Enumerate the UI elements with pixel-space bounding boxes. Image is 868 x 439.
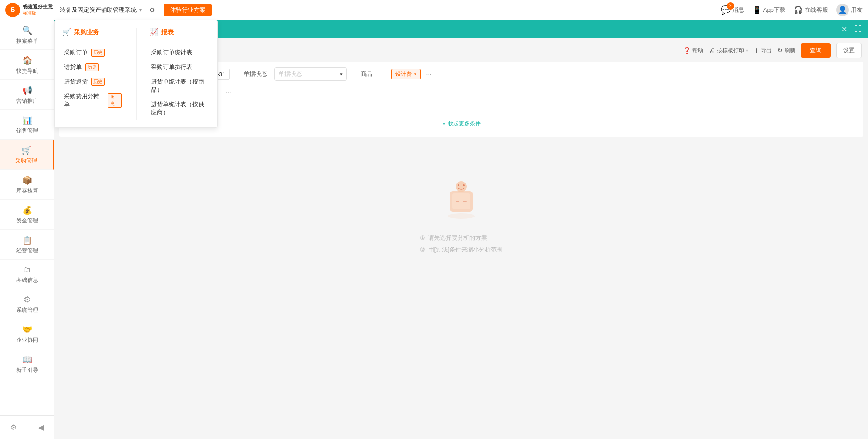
- tab-close-btn[interactable]: ✕: [839, 23, 849, 35]
- sidebar-item-sales[interactable]: 📊 销售管理: [0, 110, 54, 140]
- user-menu[interactable]: 👤 用友: [836, 4, 863, 16]
- empty-tip-2: ② 用[过滤]条件来缩小分析范围: [420, 244, 502, 256]
- dropdown-item-receipt-by-supplier[interactable]: 进货单统计表（按供应商）: [149, 97, 210, 120]
- doc-status-chevron: ▾: [340, 71, 343, 78]
- print-btn[interactable]: 🖨 按模板打印 ▾: [709, 47, 748, 54]
- sidebar: 🔍 搜索菜单 🏠 快捷导航 📢 营销推广 📊 销售管理 🛒 采购管理 📦 库存核…: [0, 20, 54, 439]
- dropdown-item-receipt[interactable]: 进货单 历史: [62, 60, 123, 74]
- print-dropdown-icon[interactable]: ▾: [746, 48, 748, 53]
- empty-text: ① 请先选择要分析的方案 ② 用[过滤]条件来缩小分析范围: [420, 232, 502, 256]
- help-btn[interactable]: ❓ 帮助: [683, 47, 703, 54]
- print-icon: 🖨: [709, 47, 715, 54]
- tab-bar-right: ✕ ⛶: [839, 23, 868, 35]
- report-col-icon: 📈: [149, 28, 158, 36]
- dropdown-item-po-exec[interactable]: 采购订单执行表: [149, 60, 210, 74]
- sidebar-item-guide[interactable]: 📖 新手引导: [0, 349, 54, 379]
- logo-icon: 6: [5, 3, 20, 17]
- avatar: 👤: [836, 4, 849, 16]
- industry-btn[interactable]: 体验行业方案: [164, 4, 212, 16]
- svg-point-0: [448, 213, 475, 219]
- goods-filter: 商品 设计费 × ···: [361, 69, 432, 79]
- purchase-col-icon: 🛒: [62, 28, 71, 36]
- report-col-header: 📈 报表: [149, 28, 210, 40]
- dropdown-item-po-stat[interactable]: 采购订单统计表: [149, 45, 210, 60]
- goods-label: 商品: [361, 70, 388, 78]
- purchase-icon: 🛒: [21, 145, 31, 155]
- empty-state: ① 请先选择要分析的方案 ② 用[过滤]条件来缩小分析范围: [59, 141, 863, 292]
- goods-tag-close[interactable]: ×: [414, 71, 417, 77]
- logo-area: 6 畅捷通好生意 标准版: [5, 3, 60, 17]
- svg-point-5: [463, 184, 465, 186]
- operations-icon: 📋: [22, 235, 32, 245]
- logo-text: 畅捷通好生意 标准版: [23, 3, 53, 16]
- sidebar-item-search[interactable]: 🔍 搜索菜单: [0, 20, 54, 50]
- sidebar-item-operations[interactable]: 📋 经营管理: [0, 230, 54, 260]
- empty-illustration: [439, 178, 484, 223]
- doc-status-select[interactable]: 单据状态 ▾: [274, 67, 347, 81]
- dropdown-divider: [136, 28, 137, 120]
- doc-status-filter: 单据状态 单据状态 ▾: [244, 67, 347, 81]
- empty-tip-1: ① 请先选择要分析的方案: [420, 232, 502, 244]
- purchase-dropdown-menu: 🛒 采购业务 采购订单 历史 进货单 历史 进货退货 历史 采购费用分摊单 历史…: [54, 20, 218, 128]
- refresh-btn[interactable]: ↻ 刷新: [777, 47, 795, 54]
- home-icon: 🏠: [22, 55, 32, 65]
- guide-icon: 📖: [22, 355, 32, 365]
- export-icon: ⬆: [754, 47, 759, 54]
- goods-dots[interactable]: ···: [426, 70, 432, 78]
- svg-rect-2: [452, 193, 470, 209]
- sidebar-collapse-btn[interactable]: ◀: [36, 421, 45, 434]
- setting-btn[interactable]: 设置: [836, 43, 862, 58]
- top-bar: 6 畅捷通好生意 标准版 装备及固定资产辅助管理系统 ▾ ⚙ 体验行业方案 💬 …: [0, 0, 868, 20]
- basics-icon: 🗂: [23, 265, 31, 275]
- market-icon: 📢: [22, 85, 32, 95]
- title-dropdown-icon[interactable]: ▾: [139, 7, 142, 13]
- sidebar-settings-btn[interactable]: ⚙: [9, 421, 19, 434]
- dropdown-item-po[interactable]: 采购订单 历史: [62, 45, 123, 60]
- svg-rect-6: [456, 201, 459, 202]
- sidebar-item-system[interactable]: ⚙ 系统管理: [0, 289, 54, 319]
- system-title: 装备及固定资产辅助管理系统: [60, 6, 137, 14]
- svg-point-4: [458, 184, 459, 186]
- dropdown-item-return[interactable]: 进货退货 历史: [62, 74, 123, 89]
- doc-status-label: 单据状态: [244, 70, 271, 78]
- refresh-icon: ↻: [777, 47, 783, 54]
- sidebar-item-inventory[interactable]: 📦 库存核算: [0, 170, 54, 200]
- search-icon: 🔍: [22, 25, 32, 35]
- message-btn[interactable]: 💬 9 消息: [721, 5, 744, 15]
- sales-icon: 📊: [22, 115, 32, 125]
- sidebar-item-finance[interactable]: 💰 资金管理: [0, 200, 54, 230]
- finance-icon: 💰: [22, 205, 32, 215]
- dropdown-item-receipt-by-goods[interactable]: 进货单统计表（按商品）: [149, 74, 210, 97]
- system-settings-icon[interactable]: ⚙: [146, 4, 158, 16]
- dropdown-item-expense[interactable]: 采购费用分摊单 历史: [62, 89, 123, 112]
- salesman-dots[interactable]: ···: [226, 89, 231, 96]
- online-service-btn[interactable]: 🎧 在线客服: [794, 5, 828, 14]
- system-title-area: 装备及固定资产辅助管理系统 ▾ ⚙ 体验行业方案: [60, 4, 721, 16]
- goods-tag: 设计费 ×: [391, 69, 421, 79]
- sidebar-item-nav[interactable]: 🏠 快捷导航: [0, 50, 54, 80]
- top-bar-right: 💬 9 消息 📱 App下载 🎧 在线客服 👤 用友: [721, 4, 863, 16]
- sidebar-item-coop[interactable]: 🤝 企业协同: [0, 319, 54, 349]
- export-btn[interactable]: ⬆ 导出: [754, 47, 772, 54]
- system-icon: ⚙: [24, 295, 31, 305]
- tab-fullscreen-btn[interactable]: ⛶: [853, 23, 863, 35]
- coop-icon: 🤝: [22, 325, 32, 335]
- purchase-col: 🛒 采购业务 采购订单 历史 进货单 历史 进货退货 历史 采购费用分摊单 历史: [62, 28, 123, 120]
- report-col: 📈 报表 采购订单统计表 采购订单执行表 进货单统计表（按商品） 进货单统计表（…: [149, 28, 210, 120]
- sidebar-item-basics[interactable]: 🗂 基础信息: [0, 260, 54, 289]
- help-icon: ❓: [683, 47, 691, 54]
- app-download-btn[interactable]: 📱 App下载: [752, 5, 785, 14]
- inventory-icon: 📦: [22, 175, 32, 185]
- purchase-col-header: 🛒 采购业务: [62, 28, 123, 40]
- notification-badge: 💬 9: [721, 5, 731, 15]
- sidebar-bottom: ⚙ ◀: [0, 415, 54, 439]
- query-btn[interactable]: 查询: [801, 43, 831, 58]
- sidebar-item-market[interactable]: 📢 营销推广: [0, 80, 54, 110]
- svg-point-3: [456, 181, 467, 192]
- svg-rect-7: [463, 201, 467, 202]
- sidebar-item-purchase[interactable]: 🛒 采购管理: [0, 140, 54, 170]
